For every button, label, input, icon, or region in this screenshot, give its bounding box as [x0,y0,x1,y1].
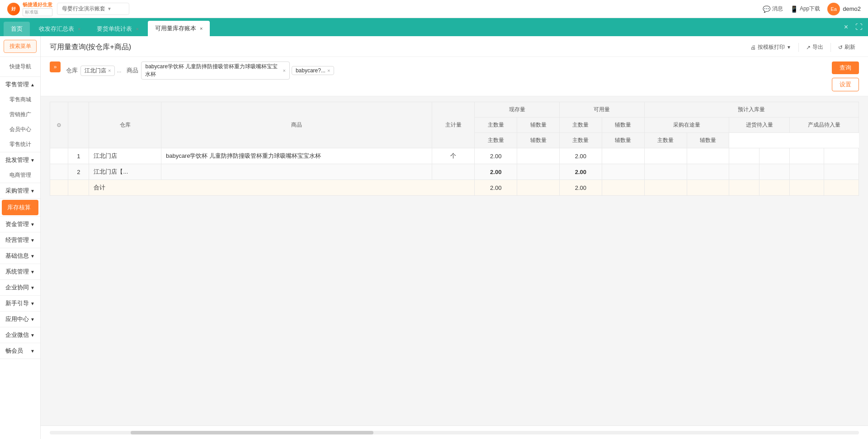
product-tag-close-2[interactable]: × [327,68,330,73]
th-row-num [68,102,89,148]
td-summary-available-aux [602,180,644,196]
tab-order-stats[interactable]: 要货单统计表 × [90,22,146,36]
home-tab-label: 首页 [11,25,23,33]
sidebar-section-operations-header[interactable]: 经营管理 ▼ [0,232,40,248]
logo-area: 好 畅捷通好生意 标准版 [7,1,52,16]
chevron-up-icon: ▲ [30,82,35,87]
th-available-main: 主数量 [559,118,602,133]
tab-close-available-stock[interactable]: × [200,26,203,31]
sidebar-item-retail-mall[interactable]: 零售商城 [0,92,40,107]
tab-home[interactable]: 首页 [4,22,30,36]
td-settings-1 [50,148,68,164]
th-product-arriving-main: 主数量 [644,133,687,148]
search-menu-button[interactable]: 搜索菜单 [4,40,37,53]
query-button[interactable]: 查询 [832,61,859,74]
warehouse-more[interactable]: ... [117,67,121,74]
chevron-down-icon-appcenter: ▼ [30,317,35,322]
td-pa-main-2 [729,164,760,180]
sidebar-section-inventory-header[interactable]: 库存核算 [2,200,38,215]
sidebar-item-marketing[interactable]: 营销推广 [0,107,40,122]
td-pra-main-1 [789,148,824,164]
refresh-icon: ↺ [838,44,843,51]
td-unit-2 [432,164,475,180]
tab-close-order-stats[interactable]: × [136,26,138,32]
td-summary-available-main: 2.00 [559,180,602,196]
filter-expand-button[interactable]: » [50,61,61,72]
tenant-selector[interactable]: 母婴行业演示账套 ▼ [57,3,129,15]
quick-nav-button[interactable]: 快捷导航 [4,61,37,73]
td-current-aux-2 [517,164,560,180]
settings-icon[interactable]: ⚙ [57,122,61,128]
main-layout: 搜索菜单 快捷导航 零售管理 ▲ 零售商城 营销推广 会员中心 零售统计 批发管… [0,36,868,439]
td-summary-current-main: 2.00 [475,180,517,196]
top-bar-left: 好 畅捷通好生意 标准版 母婴行业演示账套 ▼ [7,1,129,16]
td-warehouse-1: 江北门店 [89,148,161,164]
sidebar-section-appcenter-header[interactable]: 应用中心 ▼ [0,312,40,327]
warehouse-tag-close[interactable]: × [108,68,111,73]
horizontal-scrollbar-thumb[interactable] [131,431,373,434]
chevron-down-icon-operations: ▼ [30,238,35,243]
chevron-down-icon-print: ▼ [787,45,791,50]
sidebar-section-system: 系统管理 ▼ [0,264,40,280]
tab-close-all-button[interactable]: × [842,22,850,32]
td-pa-aux-2 [760,164,790,180]
sidebar-section-purchase: 采购管理 ▼ [0,183,40,199]
export-button[interactable]: ↗ 导出 [802,42,827,53]
sidebar-section-retail-header[interactable]: 零售管理 ▲ [0,77,40,92]
td-summary-current-aux [517,180,560,196]
td-summary-pra-aux [824,180,859,196]
sidebar-section-system-header[interactable]: 系统管理 ▼ [0,264,40,279]
app-icon: 📱 [790,5,798,13]
version-label: 标准版 [23,8,52,16]
warehouse-tag-jiangbei: 江北门店 × [80,66,115,76]
product-tag-close-1[interactable]: × [283,68,285,73]
th-purchase-transit-aux: 辅数量 [517,133,560,148]
tab-receive-summary[interactable]: 收发存汇总表 × [32,22,88,36]
td-pra-main-2 [789,164,824,180]
td-summary-settings [50,180,68,196]
refresh-button[interactable]: ↺ 刷新 [835,42,859,53]
sidebar-section-changhui-header[interactable]: 畅会员 ▼ [0,343,40,359]
chevron-down-icon-basic: ▼ [30,254,35,259]
th-main-unit: 主计量 [432,102,475,148]
receive-summary-tab-label: 收发存汇总表 [39,25,74,33]
warehouse-filter: 仓库 江北门店 × ... [66,66,121,76]
message-button[interactable]: 💬 消息 [763,5,783,13]
chevron-down-icon-system: ▼ [30,269,35,274]
sidebar-section-basic-header[interactable]: 基础信息 ▼ [0,248,40,264]
chevron-down-icon-wholesale: ▼ [30,158,35,163]
th-product: 商品 [161,102,432,148]
sidebar-section-newguide-header[interactable]: 新手引导 ▼ [0,296,40,311]
sidebar-section-wechat-header[interactable]: 企业微信 ▼ [0,327,40,343]
td-available-aux-1 [602,148,644,164]
td-available-main-2: 2.00 [559,164,602,180]
horizontal-scrollbar-track[interactable] [50,431,859,434]
sidebar-section-wholesale-header[interactable]: 批发管理 ▼ [0,152,40,168]
tab-fullscreen-button[interactable]: ⛶ [854,22,864,32]
sidebar-section-wholesale: 批发管理 ▼ 电商管理 [0,152,40,183]
table-row: 2 江北门店【... 2.00 2.00 [50,164,859,180]
sidebar-section-purchase-header[interactable]: 采购管理 ▼ [0,183,40,198]
divider-1 [798,43,799,52]
avatar: Ea [827,3,840,15]
product-filter: 商品 babycare学饮杯 儿童防摔防撞吸管杯重力球吸嘴杯宝宝水杯 × bab… [127,61,334,80]
filter-bar: » 仓库 江北门店 × ... 商品 [41,57,868,96]
tab-available-stock[interactable]: 可用量库存账本 × [148,21,210,36]
settings-button[interactable]: 设置 [832,78,859,91]
th-available: 可用量 [559,102,644,118]
user-menu[interactable]: Ea demo2 [827,3,861,15]
sidebar-item-member[interactable]: 会员中心 [0,122,40,137]
table-header-row-1: ⚙ 仓库 商品 主计量 现存量 可用量 预计入库量 [50,102,859,118]
sidebar-item-ecommerce[interactable]: 电商管理 [0,168,40,183]
divider-2 [830,43,831,52]
sidebar-item-retail-stats[interactable]: 零售统计 [0,137,40,152]
filter-content: 仓库 江北门店 × ... 商品 bab [66,61,826,80]
sidebar-section-enterprise-header[interactable]: 企业协同 ▼ [0,280,40,295]
sidebar-section-finance-header[interactable]: 资金管理 ▼ [0,217,40,232]
sidebar-section-wechat: 企业微信 ▼ [0,327,40,343]
app-download-button[interactable]: 📱 App下载 [790,5,820,13]
filter-buttons: 查询 设置 [832,61,859,91]
available-stock-tab-label: 可用量库存账本 [155,24,196,33]
template-print-button[interactable]: 🖨 按模板打印 ▼ [747,42,795,53]
tab-close-receive-summary[interactable]: × [78,26,80,32]
